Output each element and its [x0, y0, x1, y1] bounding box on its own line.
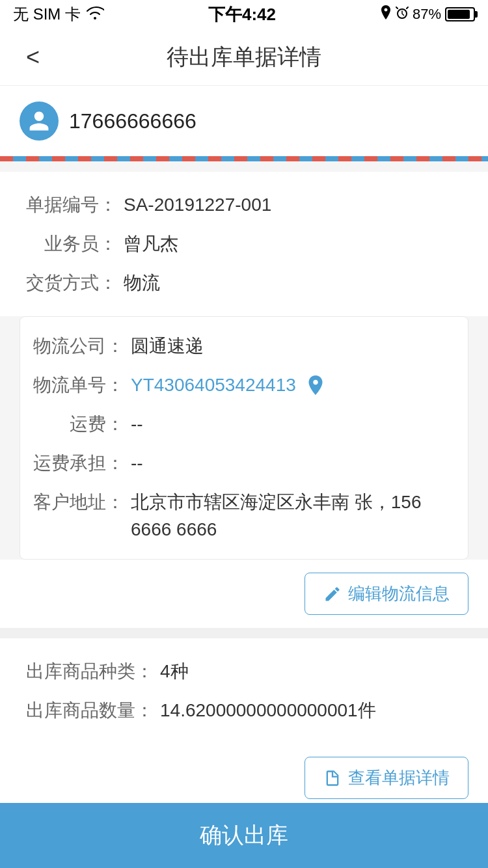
battery-text: 87%	[413, 6, 441, 23]
tracking-number: YT43064053424413	[131, 372, 296, 399]
address-label: 客户地址：	[33, 489, 124, 516]
outbound-quantity-label: 出库商品数量：	[26, 697, 154, 724]
edit-button-container: 编辑物流信息	[0, 560, 488, 628]
view-details-button[interactable]: 查看单据详情	[305, 757, 468, 799]
edit-icon	[323, 585, 342, 603]
doc-number-row: 单据编号： SA-20191227-001	[26, 191, 462, 219]
edit-logistics-label: 编辑物流信息	[348, 582, 450, 605]
freight-row: 运费： --	[33, 411, 455, 438]
basic-info-section: 单据编号： SA-20191227-001 业务员： 曾凡杰 交货方式： 物流	[0, 172, 488, 316]
freight-label: 运费：	[33, 411, 124, 438]
doc-number-label: 单据编号：	[26, 191, 117, 219]
section-separator	[0, 628, 488, 638]
logistics-company-row: 物流公司： 圆通速递	[33, 332, 455, 360]
customer-header: 17666666666	[0, 86, 488, 156]
sales-person-value: 曾凡杰	[124, 230, 462, 258]
location-status-icon	[380, 5, 392, 23]
nav-bar: < 待出库单据详情	[0, 29, 488, 86]
back-button[interactable]: <	[20, 37, 46, 77]
confirm-bar[interactable]: 确认出库	[0, 803, 488, 868]
logistics-section: 物流公司： 圆通速递 物流单号： YT43064053424413 运费： --…	[20, 316, 468, 560]
address-row: 客户地址： 北京市市辖区海淀区永丰南 张，156 6666 6666	[33, 489, 455, 543]
freight-bearer-value: --	[131, 450, 455, 477]
dashed-divider	[0, 156, 488, 161]
logistics-company-value: 圆通速递	[131, 332, 455, 360]
outbound-types-value: 4种	[160, 658, 462, 685]
outbound-types-row: 出库商品种类： 4种	[26, 658, 462, 685]
logistics-company-label: 物流公司：	[33, 332, 124, 360]
outbound-types-label: 出库商品种类：	[26, 658, 154, 685]
alarm-icon	[396, 5, 409, 23]
carrier-text: 无 SIM 卡	[13, 4, 81, 25]
tracking-value-wrapper: YT43064053424413	[131, 372, 455, 399]
view-details-label: 查看单据详情	[348, 766, 450, 789]
outbound-quantity-value: 14.62000000000000001件	[160, 697, 462, 724]
outbound-section: 出库商品种类： 4种 出库商品数量： 14.62000000000000001件	[0, 638, 488, 744]
status-bar: 无 SIM 卡 下午4:42 87%	[0, 0, 488, 29]
delivery-method-value: 物流	[124, 269, 462, 297]
delivery-method-label: 交货方式：	[26, 269, 117, 297]
view-details-container: 查看单据详情	[0, 744, 488, 812]
confirm-label: 确认出库	[200, 821, 288, 850]
map-pin-icon[interactable]	[304, 373, 327, 397]
freight-value: --	[131, 411, 455, 438]
doc-number-value: SA-20191227-001	[124, 191, 462, 219]
sales-person-label: 业务员：	[26, 230, 117, 258]
status-left: 无 SIM 卡	[13, 4, 104, 25]
edit-logistics-button[interactable]: 编辑物流信息	[305, 573, 468, 615]
tracking-row: 物流单号： YT43064053424413	[33, 372, 455, 399]
outbound-quantity-row: 出库商品数量： 14.62000000000000001件	[26, 697, 462, 724]
sales-person-row: 业务员： 曾凡杰	[26, 230, 462, 258]
user-icon	[27, 109, 51, 133]
delivery-method-row: 交货方式： 物流	[26, 269, 462, 297]
avatar	[20, 102, 59, 141]
freight-bearer-row: 运费承担： --	[33, 450, 455, 477]
address-value: 北京市市辖区海淀区永丰南 张，156 6666 6666	[131, 489, 455, 543]
status-time: 下午4:42	[208, 3, 276, 26]
customer-phone: 17666666666	[69, 109, 197, 133]
wifi-icon	[86, 5, 104, 23]
tracking-label: 物流单号：	[33, 372, 124, 399]
page-title: 待出库单据详情	[167, 42, 321, 72]
freight-bearer-label: 运费承担：	[33, 450, 124, 477]
document-icon	[323, 769, 342, 787]
status-right: 87%	[380, 5, 475, 23]
battery-icon	[445, 7, 475, 21]
